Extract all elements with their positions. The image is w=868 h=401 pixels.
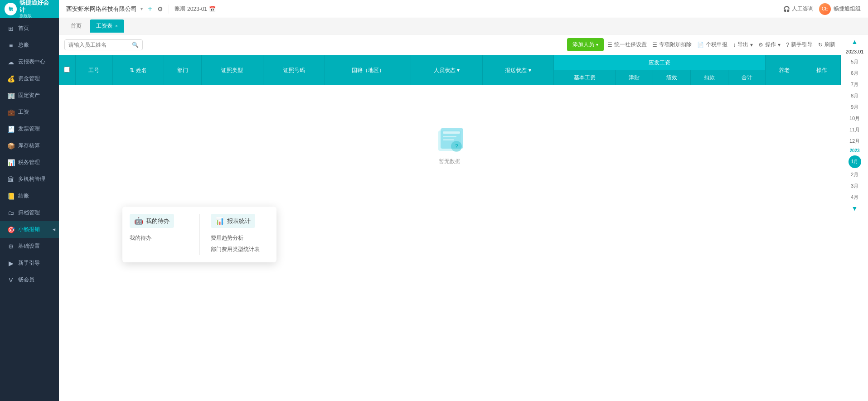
period-selector[interactable]: 账期 2023-01 📅 [175,5,216,13]
company-name[interactable]: 西安虾米网络科技有限公司 [66,5,137,13]
tab-close-icon[interactable]: × [115,24,118,29]
month-item-3[interactable]: 3月 [841,180,868,192]
guide-icon: ▶ [7,260,15,267]
col-total: 合计 [728,70,766,85]
add-company-button[interactable]: ＋ [146,4,154,14]
sidebar-item-finance[interactable]: 💰 资金管理 [0,70,59,87]
popup-section-report: 📊 报表统计 费用趋势分析 部门费用类型统计表 [211,214,270,255]
sidebar-item-home[interactable]: ⊞ 首页 [0,20,59,37]
month-item-6[interactable]: 6月 [841,68,868,79]
company-dropdown-icon[interactable]: ▾ [141,6,143,11]
sidebar-item-general-ledger[interactable]: ≡ 总账 [0,37,59,53]
popup-section-todo: 🤖 我的待办 我的待办 [130,214,189,255]
sidebar-item-salary[interactable]: 💼 工资 [0,104,59,121]
content-area: 🔍 添加人员 ▾ ☰ 统一社保设置 ☰ 专项附加扣除 [59,34,868,401]
refresh-button[interactable]: ↻ 刷新 [818,41,835,48]
tab-home[interactable]: 首页 [64,19,88,33]
building-icon: 🏢 [7,92,15,99]
tabs-bar: 首页 工资表 × [59,18,868,34]
search-icon[interactable]: 🔍 [132,42,139,48]
month-item-4[interactable]: 4月 [841,192,868,203]
invoice-icon: 🧾 [7,126,15,133]
export-dropdown-icon: ▾ [750,42,753,48]
tax-report-button[interactable]: 📄 个税申报 [697,41,727,48]
month-item-11[interactable]: 11月 [841,124,868,135]
operations-button[interactable]: ⚙ 操作 ▾ [758,41,781,48]
special-deduction-button[interactable]: ☰ 专项附加扣除 [652,41,692,48]
month-item-9[interactable]: 9月 [841,101,868,113]
ledger-icon: ≡ [7,42,15,49]
filter-report-icon[interactable]: ▾ [529,67,531,73]
month-item-5[interactable]: 5月 [841,56,868,68]
month-item-1-active[interactable]: 1月 [849,155,861,168]
sidebar-item-expense[interactable]: 🎯 小畅报销 [0,221,59,238]
social-security-icon: ☰ [607,42,612,48]
main-area: 西安虾米网络科技有限公司 ▾ ＋ ⚙ 账期 2023-01 📅 🎧 人工咨询 C… [59,0,868,401]
empty-state-row: ? 暂无数据 [59,85,841,202]
org-icon: 🏛 [7,176,15,183]
sidebar-item-invoice[interactable]: 🧾 发票管理 [0,121,59,137]
user-menu[interactable]: CE 畅捷通组组 [819,3,861,15]
add-person-button[interactable]: 添加人员 ▾ [567,38,604,51]
finance-icon: 💰 [7,75,15,82]
logo-text: 畅捷通好会计 旗舰版 [19,0,54,19]
social-security-button[interactable]: ☰ 统一社保设置 [607,41,647,48]
sidebar-item-closing[interactable]: 📒 结账 [0,188,59,204]
operations-icon: ⚙ [758,42,763,48]
popup-item-expense-trend[interactable]: 费用趋势分析 [211,232,270,244]
month-item-12[interactable]: 12月 [841,135,868,147]
popup-content: 🤖 我的待办 我的待办 📊 报表统计 费用趋势分析 部 [130,214,269,255]
company-settings-icon[interactable]: ⚙ [157,5,163,13]
search-input[interactable] [68,42,132,48]
dropdown-popup: 🤖 我的待办 我的待办 📊 报表统计 费用趋势分析 部 [122,207,276,262]
topbar-divider [169,5,169,14]
month-item-8[interactable]: 8月 [841,90,868,101]
col-report-status: 报送状态 ▾ [482,55,553,85]
col-group-salary: 应发工资 [554,55,766,70]
popup-item-todo[interactable]: 我的待办 [130,232,189,244]
year-month-header: 2023.01 [846,47,864,56]
sidebar-item-multi-org[interactable]: 🏛 多机构管理 [0,171,59,188]
sidebar-item-membership[interactable]: V 畅会员 [0,271,59,288]
col-pension: 养老 [766,55,803,85]
cloud-icon: ☁ [7,58,15,66]
operations-dropdown-icon: ▾ [778,42,781,48]
export-button[interactable]: ↓ 导出 ▾ [733,41,753,48]
sidebar-item-archive[interactable]: 🗂 归档管理 [0,204,59,221]
month-item-7[interactable]: 7月 [841,79,868,90]
sidebar-item-inventory[interactable]: 📦 库存核算 [0,137,59,154]
sort-icon[interactable]: ⇅ [130,67,134,73]
sidebar-item-cloud-report[interactable]: ☁ 云报表中心 [0,53,59,70]
topbar-right: 🎧 人工咨询 CE 畅捷通组组 [783,3,861,15]
month-nav-up[interactable]: ▲ [850,36,860,47]
filter-icon[interactable]: ▾ [457,67,460,73]
sidebar-item-guide[interactable]: ▶ 新手引导 [0,255,59,271]
sidebar-item-basic-settings[interactable]: ⚙ 基础设置 [0,238,59,255]
month-item-2[interactable]: 2月 [841,169,868,180]
col-id-number: 证照号码 [263,55,325,85]
sidebar-item-fixed-assets[interactable]: 🏢 固定资产 [0,87,59,104]
refresh-icon: ↻ [818,42,823,48]
tax-report-icon: 📄 [697,42,704,48]
calendar-icon[interactable]: 📅 [209,6,216,12]
select-all-checkbox[interactable] [64,67,70,72]
closing-icon: 📒 [7,193,15,200]
todo-icon: 🤖 [134,217,143,225]
month-item-10[interactable]: 10月 [841,113,868,124]
toolbar-actions: ☰ 统一社保设置 ☰ 专项附加扣除 📄 个税申报 ↓ 导出 ▾ [607,41,835,48]
guide-button[interactable]: ? 新手引导 [786,41,813,48]
sidebar-item-tax[interactable]: 📊 税务管理 [0,154,59,171]
col-performance: 绩效 [653,70,691,85]
col-nationality: 国籍（地区） [325,55,411,85]
service-button[interactable]: 🎧 人工咨询 [783,5,814,13]
guide-toolbar-icon: ? [786,42,789,48]
topbar: 西安虾米网络科技有限公司 ▾ ＋ ⚙ 账期 2023-01 📅 🎧 人工咨询 C… [59,0,868,18]
popup-section-todo-title: 🤖 我的待办 [130,214,189,228]
month-nav-down[interactable]: ▼ [850,203,860,214]
tab-salary[interactable]: 工资表 × [90,19,124,33]
svg-rect-3 [443,136,456,137]
avatar: CE [819,3,831,15]
popup-item-dept-expense[interactable]: 部门费用类型统计表 [211,244,270,255]
logo-icon: 畅 [5,3,17,15]
svg-text:?: ? [455,143,458,150]
